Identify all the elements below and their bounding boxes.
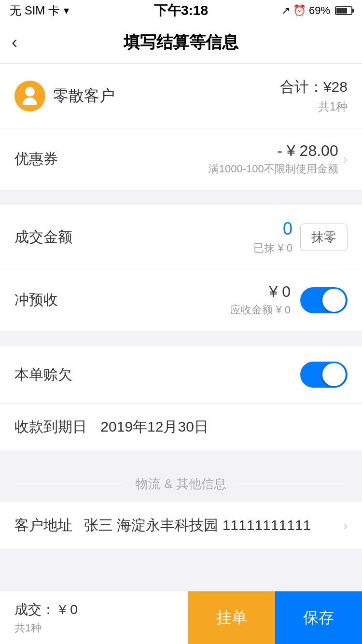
coupon-right: - ¥ 28.00 满1000-100不限制使用金额 › (209, 142, 348, 176)
section-divider (0, 197, 362, 205)
hang-order-button[interactable]: 挂单 (188, 591, 275, 644)
page-title: 填写结算等信息 (124, 31, 238, 54)
logistics-label: 物流 & 其他信息 (126, 476, 236, 492)
section-divider-3 (0, 458, 362, 466)
customer-total: 合计：¥28 共1种 (280, 77, 348, 114)
due-date-label: 收款到期日 (14, 419, 87, 434)
bottom-deal-prefix: 成交： (14, 602, 55, 617)
section-divider-2 (0, 338, 362, 346)
customer-name: 零散客户 (53, 85, 115, 107)
credit-section: 本单赊欠 收款到期日 2019年12月30日 (0, 346, 362, 450)
deal-amount-section: 成交金额 0 已抹 ¥ 0 抹零 冲预收 ¥ 0 应收金额 ¥ 0 (0, 205, 362, 331)
logistics-divider: 物流 & 其他信息 (0, 466, 362, 502)
deal-right: 0 已抹 ¥ 0 抹零 (253, 219, 348, 255)
coupon-amount: - ¥ 28.00 (209, 142, 338, 160)
coupon-row[interactable]: 优惠券 - ¥ 28.00 满1000-100不限制使用金额 › (0, 128, 362, 190)
deal-value: 0 (253, 219, 292, 239)
bottom-count: 共1种 (14, 621, 174, 635)
avatar (14, 81, 45, 112)
prepay-right: ¥ 0 应收金额 ¥ 0 (230, 283, 348, 317)
deal-amount-row: 成交金额 0 已抹 ¥ 0 抹零 (0, 205, 362, 269)
time-display: 下午3:18 (154, 1, 208, 20)
status-bar: 无 SIM 卡 ▾ 下午3:18 ↗ ⏰ 69% (0, 0, 362, 21)
prepay-toggle[interactable] (300, 287, 348, 313)
alarm-icon: ⏰ (293, 4, 306, 17)
nav-bar: ‹ 填写结算等信息 (0, 21, 362, 64)
coupon-info: - ¥ 28.00 满1000-100不限制使用金额 (209, 142, 338, 176)
customer-left: 零散客户 (14, 81, 115, 112)
back-button[interactable]: ‹ (12, 34, 17, 51)
chevron-right-icon: › (343, 152, 348, 167)
address-value: 张三 海淀永丰科技园 11111111111 (84, 516, 343, 535)
prepay-row: 冲预收 ¥ 0 应收金额 ¥ 0 (0, 269, 362, 331)
coupon-label: 优惠券 (14, 149, 58, 169)
credit-row: 本单赊欠 (0, 346, 362, 403)
bottom-deal-label: 成交： ¥ 0 (14, 601, 174, 619)
round-button[interactable]: 抹零 (300, 224, 348, 251)
bottom-bar: 成交： ¥ 0 共1种 挂单 保存 (0, 591, 362, 644)
status-right: ↗ ⏰ 69% (281, 4, 352, 17)
carrier-label: 无 SIM 卡 (10, 3, 60, 18)
customer-row: 零散客户 合计：¥28 共1种 (0, 64, 362, 128)
address-row[interactable]: 客户地址 张三 海淀永丰科技园 11111111111 › (0, 502, 362, 549)
credit-toggle-knob (322, 363, 346, 386)
status-left: 无 SIM 卡 ▾ (10, 3, 69, 18)
total-count: 共1种 (280, 99, 348, 114)
address-chevron-icon: › (343, 518, 348, 533)
due-date-value: 2019年12月30日 (100, 419, 208, 434)
deal-amount-label: 成交金额 (14, 227, 72, 247)
bottom-deal-value: ¥ 0 (59, 602, 78, 617)
prepay-label: 冲预收 (14, 290, 58, 310)
deal-amount-area: 0 已抹 ¥ 0 (253, 219, 292, 255)
deal-sub: 已抹 ¥ 0 (253, 241, 292, 255)
save-button[interactable]: 保存 (275, 591, 362, 644)
location-icon: ↗ (281, 4, 290, 17)
battery-icon (335, 6, 352, 15)
due-date-row: 收款到期日 2019年12月30日 (0, 403, 362, 450)
prepay-info: ¥ 0 应收金额 ¥ 0 (230, 283, 291, 317)
total-amount: 合计：¥28 (280, 77, 348, 97)
credit-label: 本单赊欠 (14, 365, 72, 385)
credit-toggle[interactable] (300, 362, 348, 388)
bottom-info: 成交： ¥ 0 共1种 (0, 591, 188, 644)
prepay-amount: ¥ 0 (230, 283, 291, 301)
coupon-desc: 满1000-100不限制使用金额 (209, 162, 338, 176)
address-section: 客户地址 张三 海淀永丰科技园 11111111111 › (0, 502, 362, 549)
wifi-icon: ▾ (64, 4, 69, 17)
battery-percentage: 69% (309, 4, 330, 17)
toggle-knob (322, 289, 346, 312)
prepay-sub: 应收金额 ¥ 0 (230, 303, 291, 317)
customer-section: 零散客户 合计：¥28 共1种 优惠券 - ¥ 28.00 满1000-100不… (0, 64, 362, 190)
address-label: 客户地址 (14, 516, 72, 535)
